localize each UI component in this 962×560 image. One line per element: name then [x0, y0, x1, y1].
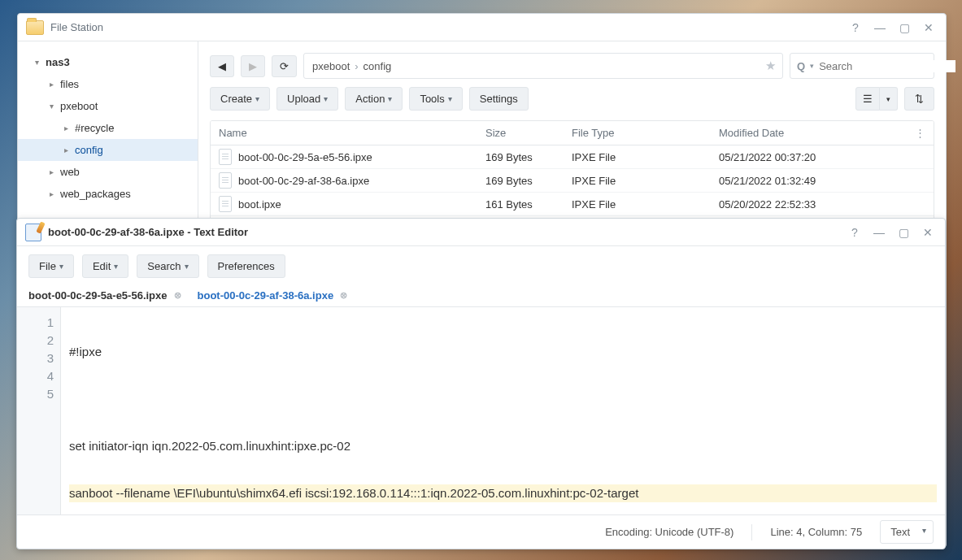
line-number: 5 — [17, 385, 54, 403]
search-input[interactable] — [819, 60, 955, 72]
search-icon: Q — [797, 60, 805, 72]
chevron-down-icon[interactable]: ▾ — [810, 62, 814, 70]
minimize-button[interactable]: — — [870, 224, 888, 241]
maximize-button[interactable]: ▢ — [895, 224, 912, 241]
breadcrumb-seg[interactable]: pxeboot — [312, 60, 350, 72]
help-button[interactable]: ? — [847, 19, 864, 37]
chevron-right-icon[interactable]: ▸ — [47, 189, 55, 198]
file-date: 05/21/2022 00:37:20 — [711, 151, 912, 163]
window-title: File Station — [50, 21, 103, 33]
table-row[interactable]: boot.ipxe 161 Bytes IPXE File 05/20/2022… — [211, 193, 934, 216]
tab-label: boot-00-0c-29-5a-e5-56.ipxe — [28, 289, 168, 302]
text-editor-icon — [25, 224, 41, 241]
file-icon — [219, 196, 232, 212]
table-row[interactable]: boot-00-0c-29-5a-e5-56.ipxe 169 Bytes IP… — [211, 145, 934, 169]
divider — [751, 524, 752, 540]
status-encoding: Encoding: Unicode (UTF-8) — [605, 526, 733, 538]
code-editor[interactable]: #!ipxe set initiator-iqn iqn.2022-05.com… — [61, 307, 945, 514]
close-icon[interactable]: ⊗ — [340, 290, 347, 301]
nav-forward-button[interactable]: ▶ — [241, 55, 265, 77]
close-icon[interactable]: ⊗ — [174, 290, 181, 301]
table-row[interactable]: boot-00-0c-29-af-38-6a.ipxe 169 Bytes IP… — [211, 169, 934, 193]
tree-pxeboot[interactable]: ▾ pxeboot — [18, 95, 198, 117]
view-dropdown[interactable]: ▾ — [880, 87, 898, 111]
chevron-right-icon[interactable]: ▸ — [47, 167, 55, 176]
close-button[interactable]: ✕ — [920, 19, 938, 37]
file-date: 05/20/2022 22:52:33 — [711, 198, 912, 211]
search-box[interactable]: Q▾ — [790, 53, 934, 79]
text-editor-titlebar: boot-00-0c-29-af-38-6a.ipxe - Text Edito… — [17, 219, 945, 246]
maximize-button[interactable]: ▢ — [895, 19, 913, 37]
file-size: 169 Bytes — [477, 151, 564, 163]
editor-tab-active[interactable]: boot-00-0c-29-af-38-6a.ipxe ⊗ — [198, 289, 348, 302]
minimize-button[interactable]: — — [871, 19, 889, 37]
col-size[interactable]: Size — [477, 127, 564, 139]
tools-button[interactable]: Tools — [409, 87, 462, 111]
text-editor-window: boot-00-0c-29-af-38-6a.ipxe - Text Edito… — [16, 218, 946, 549]
tree-root[interactable]: ▾ nas3 — [18, 51, 198, 73]
col-date[interactable]: Modified Date — [711, 127, 907, 139]
tab-label: boot-00-0c-29-af-38-6a.ipxe — [198, 289, 334, 302]
file-size: 161 Bytes — [477, 198, 564, 211]
file-name: boot-00-0c-29-af-38-6a.ipxe — [238, 175, 369, 187]
file-icon — [219, 172, 232, 189]
sort-button[interactable]: ⇅ — [904, 87, 934, 111]
menu-bar: File Edit Search Preferences — [17, 246, 945, 286]
close-button[interactable]: ✕ — [919, 224, 937, 241]
file-name: boot-00-0c-29-5a-e5-56.ipxe — [238, 151, 372, 163]
code-line — [69, 390, 937, 408]
edit-menu[interactable]: Edit — [82, 254, 128, 278]
search-menu[interactable]: Search — [137, 254, 198, 278]
editor-tabs: boot-00-0c-29-5a-e5-56.ipxe ⊗ boot-00-0c… — [17, 286, 945, 306]
line-number: 1 — [17, 314, 54, 332]
file-date: 05/21/2022 01:32:49 — [711, 175, 912, 187]
favorite-star-icon[interactable]: ★ — [765, 59, 776, 73]
nav-back-button[interactable]: ◀ — [210, 55, 234, 77]
chevron-right-icon[interactable]: ▸ — [62, 124, 70, 132]
tree-files[interactable]: ▸ files — [18, 73, 198, 95]
help-button[interactable]: ? — [846, 224, 864, 241]
breadcrumb-seg[interactable]: config — [363, 60, 392, 72]
file-station-titlebar: File Station ? — ▢ ✕ — [18, 14, 946, 41]
tree-web[interactable]: ▸ web — [18, 161, 198, 183]
table-header: Name Size File Type Modified Date ⋮ — [211, 121, 934, 145]
window-title: boot-00-0c-29-af-38-6a.ipxe - Text Edito… — [48, 226, 248, 238]
file-type: IPXE File — [564, 151, 711, 163]
col-name[interactable]: Name — [211, 127, 477, 139]
file-type: IPXE File — [564, 175, 711, 187]
upload-button[interactable]: Upload — [276, 87, 338, 111]
folder-icon — [26, 20, 44, 35]
editor-area: 1 2 3 4 5 #!ipxe set initiator-iqn iqn.2… — [17, 306, 945, 514]
chevron-down-icon[interactable]: ▾ — [33, 58, 41, 67]
tree-web-packages[interactable]: ▸ web_packages — [18, 183, 198, 205]
view-list-button[interactable]: ☰ — [855, 87, 880, 111]
chevron-right-icon[interactable]: ▸ — [47, 80, 55, 89]
editor-tab[interactable]: boot-00-0c-29-5a-e5-56.ipxe ⊗ — [28, 289, 181, 302]
tree-recycle[interactable]: ▸ #recycle — [18, 117, 198, 139]
nav-refresh-button[interactable]: ⟳ — [272, 55, 297, 77]
file-name: boot.ipxe — [238, 198, 281, 211]
line-number: 2 — [17, 332, 54, 349]
action-button[interactable]: Action — [345, 87, 403, 111]
line-number: 4 — [17, 367, 54, 385]
syntax-mode-select[interactable]: Text — [880, 520, 934, 544]
settings-button[interactable]: Settings — [469, 87, 529, 111]
status-cursor: Line: 4, Column: 75 — [770, 526, 862, 538]
file-menu[interactable]: File — [28, 254, 74, 278]
file-type: IPXE File — [564, 198, 711, 211]
chevron-down-icon[interactable]: ▾ — [47, 102, 55, 111]
file-size: 169 Bytes — [477, 175, 564, 187]
view-toggle: ☰ ▾ — [855, 87, 898, 111]
breadcrumb-sep: › — [355, 60, 358, 72]
col-type[interactable]: File Type — [564, 127, 711, 139]
status-bar: Encoding: Unicode (UTF-8) Line: 4, Colum… — [17, 514, 945, 549]
tree-config[interactable]: ▸ config — [18, 139, 198, 161]
code-line: #!ipxe — [69, 343, 937, 361]
chevron-right-icon[interactable]: ▸ — [62, 145, 70, 154]
breadcrumb[interactable]: pxeboot › config ★ — [303, 53, 783, 79]
create-button[interactable]: Create — [210, 87, 270, 111]
preferences-menu[interactable]: Preferences — [207, 254, 285, 278]
line-number: 3 — [17, 349, 54, 367]
col-menu[interactable]: ⋮ — [907, 127, 934, 139]
code-line: set initiator-iqn iqn.2022-05.com.linuxh… — [69, 437, 937, 455]
